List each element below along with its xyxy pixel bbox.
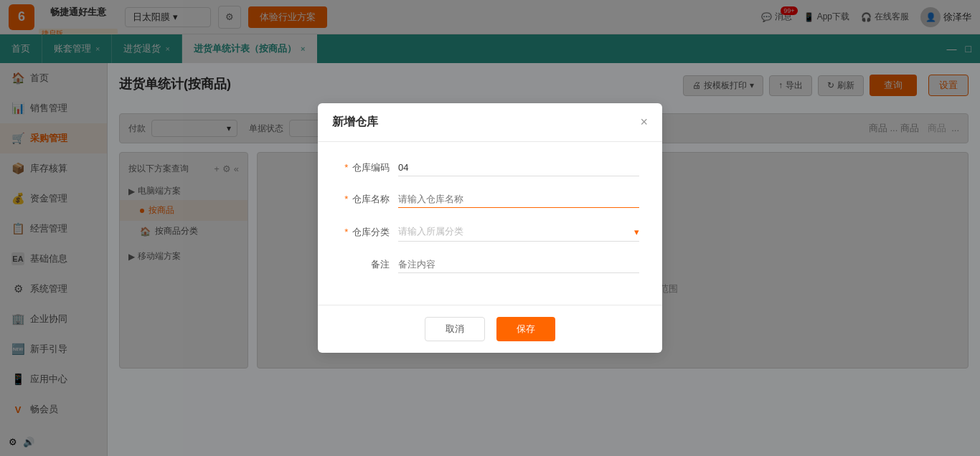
modal-close-button[interactable]: × bbox=[640, 115, 648, 130]
cancel-button[interactable]: 取消 bbox=[425, 317, 485, 341]
name-input[interactable] bbox=[398, 191, 639, 208]
note-input[interactable] bbox=[398, 256, 639, 273]
category-select[interactable]: 请输入所属分类 ▾ bbox=[398, 222, 639, 242]
modal-overlay: 新增仓库 × * 仓库编码 * 仓库名称 bbox=[0, 0, 980, 456]
form-row-note: 备注 bbox=[341, 256, 639, 273]
category-label: * 仓库分类 bbox=[341, 226, 398, 239]
form-row-code: * 仓库编码 bbox=[341, 159, 639, 176]
required-mark-cat: * bbox=[344, 227, 348, 237]
modal-title: 新增仓库 bbox=[332, 115, 378, 130]
category-chevron-icon: ▾ bbox=[634, 227, 639, 237]
required-mark: * bbox=[344, 162, 348, 173]
required-mark-name: * bbox=[344, 194, 348, 204]
add-warehouse-modal: 新增仓库 × * 仓库编码 * 仓库名称 bbox=[318, 103, 662, 353]
form-row-category: * 仓库分类 请输入所属分类 ▾ bbox=[341, 222, 639, 242]
note-label: 备注 bbox=[341, 258, 398, 271]
category-placeholder: 请输入所属分类 bbox=[398, 225, 463, 238]
save-button[interactable]: 保存 bbox=[496, 317, 555, 341]
form-row-name: * 仓库名称 bbox=[341, 191, 639, 208]
modal-header: 新增仓库 × bbox=[318, 103, 662, 142]
code-label: * 仓库编码 bbox=[341, 161, 398, 174]
code-input[interactable] bbox=[398, 159, 639, 176]
name-label: * 仓库名称 bbox=[341, 193, 398, 206]
modal-body: * 仓库编码 * 仓库名称 * 仓库分类 请输入所属 bbox=[318, 142, 662, 305]
modal-footer: 取消 保存 bbox=[318, 305, 662, 353]
